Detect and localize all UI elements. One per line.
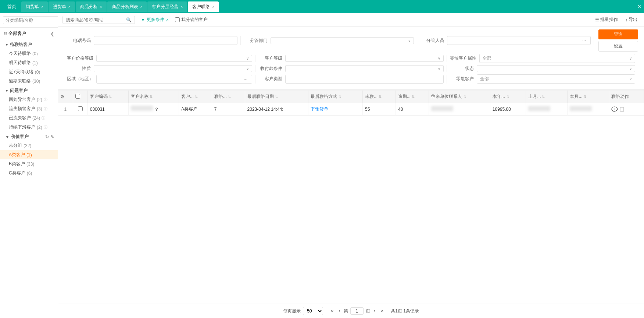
sidebar-item-abnormal[interactable]: 回购异常客户 (2) ⓘ — [0, 95, 58, 104]
filter-person-more[interactable]: ··· — [581, 38, 587, 43]
th-last-method[interactable]: 最后联络方式 ⇅ — [308, 91, 363, 103]
tab-sales[interactable]: 销货单 × — [21, 1, 48, 12]
close-customer-layer-icon[interactable]: × — [180, 5, 183, 9]
filter-region-more[interactable]: ··· — [242, 77, 249, 82]
setting-button[interactable]: 设置 — [598, 41, 638, 52]
tab-purchase-label: 进货单 — [53, 4, 66, 10]
last-page-button[interactable]: ›› — [379, 308, 385, 314]
sidebar-refresh-icon[interactable]: ↻ — [45, 134, 49, 139]
filter-scattered-attr-select[interactable]: 全部 ∨ — [479, 54, 635, 63]
sidebar-item-churn-warn[interactable]: 流失预警客户 (3) ⓘ — [0, 104, 58, 113]
close-sales-icon[interactable]: × — [41, 5, 43, 9]
row-checkbox[interactable] — [78, 106, 83, 111]
sidebar-value-triangle: ▼ — [5, 134, 10, 139]
sidebar-item-tomorrow[interactable]: 明天待联络 (1) — [0, 58, 58, 67]
tab-home[interactable]: 首页 — [3, 1, 21, 12]
tab-goods-list[interactable]: 商品分析列表 × — [107, 1, 147, 12]
th-contact-num[interactable]: 联络... ⇅ — [212, 91, 245, 103]
sidebar-all-customers[interactable]: ☷ 全部客户 ❮ — [0, 28, 58, 40]
my-customer-checkbox[interactable] — [175, 17, 180, 22]
th-this-year[interactable]: 本年... ⇅ — [490, 91, 526, 103]
sidebar-item-overdue[interactable]: 逾期未联络 (30) — [0, 77, 58, 86]
th-overdue[interactable]: 逾期... ⇅ — [396, 91, 429, 103]
filter-customer-type-input[interactable] — [285, 75, 444, 84]
th-last-date[interactable]: 最后联络日期 ⇅ — [245, 91, 308, 103]
filter-price-level-select[interactable]: ∨ — [96, 55, 252, 62]
tab-goods-analysis[interactable]: 商品分析 × — [76, 1, 107, 12]
filter-customer-level-select[interactable]: ∨ — [285, 55, 444, 62]
close-customer-contact-icon[interactable]: × — [212, 5, 214, 9]
th-no-contact[interactable]: 未联... ⇅ — [363, 91, 396, 103]
th-code[interactable]: 客户编码 ⇅ — [87, 91, 128, 103]
filter-status-select[interactable]: ∨ — [477, 65, 635, 72]
next-page-button[interactable]: › — [372, 308, 377, 314]
tab-customer-layer[interactable]: 客户分层经营 × — [147, 1, 187, 12]
sidebar-item-declining[interactable]: 持续下滑客户 (2) ⓘ — [0, 123, 58, 132]
th-this-month[interactable]: 本月... ⇅ — [568, 91, 609, 103]
th-settings[interactable]: ⚙ — [58, 91, 73, 103]
tab-purchase[interactable]: 进货单 × — [49, 1, 75, 12]
tab-customer-contact-label: 客户联络 — [192, 4, 210, 10]
sidebar-item-a-class[interactable]: A类客户 (1) — [0, 150, 58, 159]
filter-payment-select[interactable]: ∨ — [285, 65, 444, 72]
close-goods-list-icon[interactable]: × — [140, 5, 143, 9]
horizontal-scrollbar[interactable] — [58, 298, 644, 304]
sidebar-edit-icon[interactable]: ✎ — [50, 134, 54, 139]
th-name[interactable]: 客户名称 ⇅ — [129, 91, 179, 103]
sidebar-item-today[interactable]: 今天待联络 (0) — [0, 49, 58, 58]
th-contact-num-label: 联络... — [214, 93, 227, 100]
filter-dept-select[interactable]: ∨ — [271, 37, 414, 44]
filter-panel: 电话号码 分管部门 ∨ 分管人员 ··· — [58, 26, 644, 89]
info-icon-churned: ⓘ — [42, 116, 45, 121]
more-filter-button[interactable]: ▼ 更多条件 ∧ — [138, 15, 172, 24]
th-no-contact-label: 未联... — [365, 93, 378, 100]
row-last-method-link[interactable]: 下销货单 — [311, 106, 328, 112]
prev-page-button[interactable]: ‹ — [337, 308, 341, 314]
sidebar-item-b-class[interactable]: B类客户 (33) — [0, 159, 58, 169]
table-header-row: ⚙ 客户编码 ⇅ 客户名称 — [58, 91, 644, 103]
search-input[interactable] — [66, 17, 125, 22]
sidebar-item-c-class[interactable]: C类客户 (6) — [0, 169, 58, 178]
query-button[interactable]: 查询 — [598, 29, 638, 39]
tab-customer-contact[interactable]: 客户联络 × — [188, 1, 219, 12]
settings-icon[interactable]: ⚙ — [60, 94, 64, 99]
customer-table: ⚙ 客户编码 ⇅ 客户名称 — [58, 91, 644, 116]
sidebar-item-churned[interactable]: 已流失客户 (24) ⓘ — [0, 113, 58, 123]
th-contact-person[interactable]: 往来单位联系人 ⇅ — [429, 91, 490, 103]
search-icon[interactable]: 🔍 — [126, 17, 132, 22]
row-qr-icon[interactable]: ❑ — [620, 106, 625, 112]
filter-phone-input[interactable] — [94, 36, 237, 45]
sidebar-collapse-icon[interactable]: ❮ — [50, 31, 54, 36]
filter-nature-select[interactable]: ∨ — [94, 65, 252, 72]
batch-ops-button[interactable]: ☰ 批量操作 — [593, 15, 620, 24]
filter-region-input[interactable]: ··· — [96, 75, 252, 84]
sidebar-search-input[interactable] — [3, 16, 58, 24]
sidebar-item-declining-count: (2) — [37, 125, 42, 130]
row-chat-icon[interactable]: 💬 — [611, 106, 618, 112]
select-all-checkbox[interactable] — [75, 94, 80, 99]
per-page-select[interactable]: 50 100 200 — [303, 307, 323, 315]
page-number-input[interactable] — [350, 307, 364, 315]
filter-customer-level-label: 客户等级 — [258, 55, 282, 61]
sidebar-item-b-class-count: (33) — [26, 162, 34, 167]
th-last-month[interactable]: 上月... ⇅ — [526, 91, 568, 103]
sidebar-search-area: 🔍 — [0, 13, 58, 28]
row-name-suffix: ？ — [154, 107, 159, 112]
filter-scattered-select[interactable]: 全部 ∨ — [477, 74, 635, 84]
close-purchase-icon[interactable]: × — [68, 5, 71, 9]
filter-row-2: 客户价格等级 ∨ 客户等级 ∨ 零散客户属性 全部 — [64, 54, 638, 63]
th-type[interactable]: 客户... ⇅ — [179, 91, 212, 103]
sidebar-pending-group[interactable]: ▼ 待联络客户 — [0, 40, 58, 49]
first-page-button[interactable]: ‹‹ — [329, 308, 335, 314]
sidebar-problem-group[interactable]: ▼ 问题客户 — [0, 86, 58, 95]
filter-nature-chevron: ∨ — [246, 67, 249, 71]
export-button[interactable]: ↑ 导出 — [623, 15, 640, 24]
close-goods-analysis-icon[interactable]: × — [100, 5, 102, 9]
sidebar-item-tomorrow-count: (1) — [32, 60, 38, 66]
filter-person-input[interactable]: ··· — [447, 36, 591, 45]
sidebar-item-c-class-label: C类客户 — [9, 170, 25, 176]
close-all-button[interactable]: × — [638, 3, 641, 10]
sidebar-item-7days[interactable]: 近7天待联络 (0) — [0, 67, 58, 77]
my-customer-checkbox-area[interactable]: 我分管的客户 — [175, 17, 208, 23]
sidebar-item-ungroup[interactable]: 未分组 (32) — [0, 141, 58, 150]
